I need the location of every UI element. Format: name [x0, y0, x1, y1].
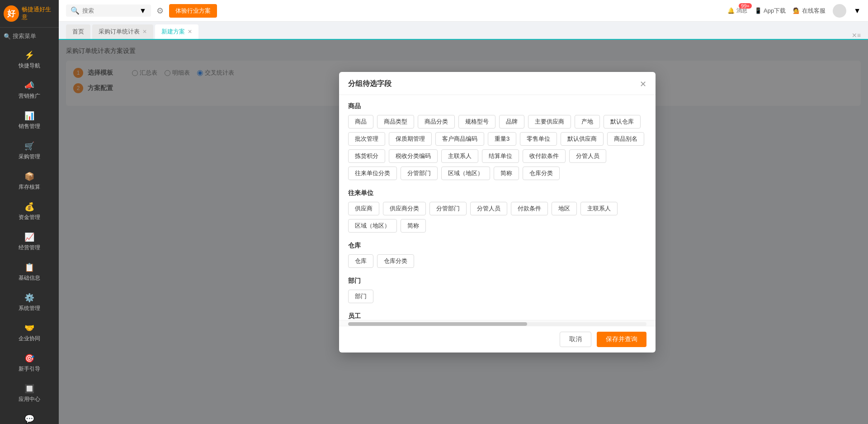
field-tag-0-9[interactable]: 保质期管理: [389, 132, 432, 146]
sidebar-item-label: 销售管理: [19, 123, 40, 130]
confirm-button[interactable]: 保存并查询: [597, 332, 646, 347]
sidebar-search[interactable]: 🔍 搜索菜单: [0, 28, 59, 45]
sidebar-item-label: 基础信息: [19, 274, 40, 282]
field-tag-0-15[interactable]: 拣货积分: [348, 149, 385, 163]
tab-close-all[interactable]: ✕: [852, 32, 857, 39]
online-service-btn[interactable]: 💁 在线客服: [793, 7, 826, 15]
field-tag-0-25[interactable]: 仓库分类: [523, 167, 560, 180]
field-tag-1-8[interactable]: 简称: [401, 219, 426, 233]
header-search-box[interactable]: 🔍 ▼: [66, 5, 151, 17]
field-tag-0-21[interactable]: 往来单位分类: [348, 167, 397, 180]
field-tag-1-5[interactable]: 地区: [552, 202, 577, 215]
search-icon: 🔍: [4, 33, 11, 40]
tab-purchase-stats[interactable]: 采购订单统计表 ✕: [92, 24, 153, 39]
experience-btn[interactable]: 体验行业方案: [169, 4, 217, 18]
field-tag-0-19[interactable]: 收付款条件: [523, 149, 566, 163]
tab-home[interactable]: 首页: [66, 24, 90, 39]
sidebar-item-basic-info[interactable]: 📋 基础信息: [0, 257, 59, 287]
field-tag-0-13[interactable]: 默认供应商: [561, 132, 604, 146]
sidebar: 好 畅捷通好生意 🔍 搜索菜单 ⚡ 快捷导航 📣 营销推广 📊 销售管理 🛒 采…: [0, 0, 59, 424]
sidebar-item-marketing[interactable]: 📣 营销推广: [0, 75, 59, 105]
sidebar-item-label: 采购管理: [19, 153, 40, 161]
field-tag-2-1[interactable]: 仓库分类: [377, 254, 414, 268]
field-tag-0-4[interactable]: 品牌: [499, 115, 524, 129]
field-tag-1-4[interactable]: 付款条件: [511, 202, 548, 215]
cancel-button[interactable]: 取消: [560, 332, 591, 347]
sales-icon: 📊: [24, 111, 34, 121]
sidebar-item-label: 经营管理: [19, 244, 40, 252]
sidebar-item-finance[interactable]: 💰 资金管理: [0, 196, 59, 227]
dialog-body[interactable]: 商品商品商品类型商品分类规格型号品牌主要供应商产地默认仓库批次管理保质期管理客户…: [339, 95, 656, 320]
sidebar-item-cooperation[interactable]: 🤝 企业协同: [0, 318, 59, 348]
search-input[interactable]: [82, 7, 137, 14]
sidebar-item-quick-nav[interactable]: ⚡ 快捷导航: [0, 45, 59, 75]
field-tag-0-23[interactable]: 区域（地区）: [441, 167, 490, 180]
field-tag-1-1[interactable]: 供应商分类: [383, 202, 426, 215]
sidebar-item-operations[interactable]: 📈 经营管理: [0, 227, 59, 257]
dialog-footer: 取消 保存并查询: [339, 326, 656, 353]
quick-nav-icon: ⚡: [24, 50, 34, 60]
field-tag-1-0[interactable]: 供应商: [348, 202, 379, 215]
field-tag-0-22[interactable]: 分管部门: [401, 167, 438, 180]
field-section-1: 往来单位供应商供应商分类分管部门分管人员付款条件地区主联系人区域（地区）简称: [348, 189, 646, 233]
sidebar-item-purchase[interactable]: 🛒 采购管理: [0, 136, 59, 166]
sidebar-search-label: 搜索菜单: [13, 32, 36, 40]
field-tag-0-5[interactable]: 主要供应商: [528, 115, 571, 129]
sidebar-item-app-center[interactable]: 🔲 应用中心: [0, 378, 59, 409]
marketing-icon: 📣: [24, 81, 34, 91]
app-download-btn[interactable]: 📱 App下载: [755, 7, 786, 15]
header-settings-icon[interactable]: ⚙: [156, 6, 164, 16]
field-tag-0-8[interactable]: 批次管理: [348, 132, 385, 146]
app-logo-icon: 好: [4, 5, 19, 22]
field-tag-1-3[interactable]: 分管人员: [470, 202, 507, 215]
notifications-btn[interactable]: 🔔 99+ 消息: [727, 7, 747, 14]
field-tag-0-12[interactable]: 零售单位: [520, 132, 557, 146]
field-tag-0-24[interactable]: 简称: [494, 167, 519, 180]
avatar[interactable]: [833, 4, 846, 18]
field-tag-0-0[interactable]: 商品: [348, 115, 373, 129]
field-tag-0-1[interactable]: 商品类型: [377, 115, 414, 129]
field-tag-0-16[interactable]: 税收分类编码: [389, 149, 438, 163]
sidebar-item-wechat[interactable]: 💬 企业微信: [0, 409, 59, 424]
sidebar-item-system[interactable]: ⚙️ 系统管理: [0, 287, 59, 318]
basic-info-icon: 📋: [24, 262, 34, 272]
inventory-icon: 📦: [24, 172, 34, 181]
sidebar-item-inventory[interactable]: 📦 库存核算: [0, 166, 59, 196]
tab-bar: 首页 采购订单统计表 ✕ 新建方案 ✕ ✕ ≡: [59, 22, 868, 40]
field-section-title-3: 部门: [348, 277, 646, 285]
dialog-close-button[interactable]: ✕: [640, 79, 646, 89]
field-tag-0-17[interactable]: 主联系人: [441, 149, 478, 163]
download-icon: 📱: [755, 7, 762, 14]
header-dropdown-icon: ▼: [139, 7, 146, 15]
field-tag-0-18[interactable]: 结算单位: [482, 149, 519, 163]
app-center-icon: 🔲: [24, 384, 34, 394]
tab-label: 首页: [72, 28, 84, 36]
sidebar-item-label: 企业协同: [19, 335, 40, 343]
field-tag-0-11[interactable]: 重量3: [488, 132, 516, 146]
tab-close-new-plan[interactable]: ✕: [188, 29, 192, 35]
sidebar-item-label: 应用中心: [19, 395, 40, 403]
tab-new-plan[interactable]: 新建方案 ✕: [155, 24, 198, 39]
tab-label: 采购订单统计表: [99, 28, 140, 36]
dialog-header: 分组待选字段 ✕: [339, 72, 656, 95]
field-section-4: 员工业务员: [348, 312, 646, 320]
field-tag-0-6[interactable]: 产地: [575, 115, 600, 129]
sidebar-item-sales[interactable]: 📊 销售管理: [0, 105, 59, 136]
field-tag-0-2[interactable]: 商品分类: [418, 115, 455, 129]
field-tag-0-10[interactable]: 客户商品编码: [435, 132, 484, 146]
tab-more-icon[interactable]: ≡: [857, 32, 861, 39]
field-tag-0-3[interactable]: 规格型号: [458, 115, 495, 129]
field-tag-1-6[interactable]: 主联系人: [580, 202, 618, 215]
sidebar-item-label: 库存核算: [19, 183, 40, 191]
field-tag-3-0[interactable]: 部门: [348, 290, 373, 303]
sidebar-item-label: 资金管理: [19, 214, 40, 221]
field-tag-2-0[interactable]: 仓库: [348, 254, 373, 268]
field-tag-1-2[interactable]: 分管部门: [429, 202, 467, 215]
tab-close-purchase[interactable]: ✕: [142, 29, 147, 35]
field-tag-0-14[interactable]: 商品别名: [607, 132, 644, 146]
field-tag-1-7[interactable]: 区域（地区）: [348, 219, 397, 233]
field-tag-0-7[interactable]: 默认仓库: [604, 115, 641, 129]
field-tag-0-20[interactable]: 分管人员: [569, 149, 606, 163]
cooperation-icon: 🤝: [24, 323, 34, 333]
sidebar-item-guide[interactable]: 🎯 新手引导: [0, 348, 59, 378]
